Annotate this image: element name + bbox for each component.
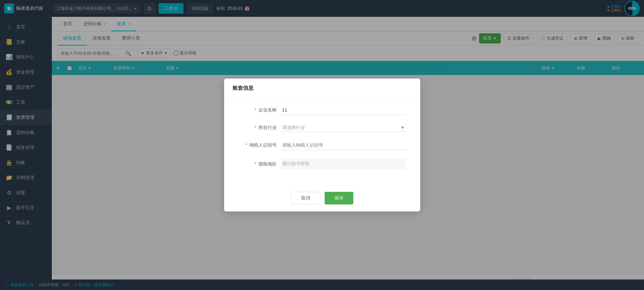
modal-header: 账套信息 [224,79,420,97]
industry-select[interactable]: 请选择行业 [282,125,399,130]
company-name-required: * [255,107,256,113]
industry-select-wrap[interactable]: 请选择行业 ▼ [281,123,406,132]
save-button[interactable]: 保存 [325,192,353,204]
tax-region-row: * 报税地区 通过税号获取 [238,159,406,169]
tax-region-required: * [255,161,256,167]
tax-region-label: * 报税地区 [238,161,277,167]
cancel-button[interactable]: 取消 [291,192,320,204]
industry-required: * [255,125,256,130]
tax-id-required: * [245,142,247,148]
company-name-input[interactable] [281,105,406,115]
tax-id-row: * 纳税人识别号 [238,140,406,150]
modal-body: * 企业名称 * 所在行业 请选择行业 ▼ [224,97,420,186]
account-info-modal: 账套信息 * 企业名称 * 所在行业 请选择行业 [224,79,420,211]
tax-id-input[interactable] [281,140,406,150]
modal-title: 账套信息 [233,85,254,91]
modal-overlay: 账套信息 * 企业名称 * 所在行业 请选择行业 [0,0,644,290]
modal-footer: 取消 保存 [224,186,420,211]
company-name-row: * 企业名称 [238,105,406,115]
industry-label: * 所在行业 [238,124,277,131]
industry-row: * 所在行业 请选择行业 ▼ [238,123,406,132]
industry-dropdown-icon: ▼ [401,125,405,130]
tax-id-label: * 纳税人识别号 [238,142,277,148]
tax-region-display: 通过税号获取 [281,159,406,169]
company-name-label: * 企业名称 [238,107,277,113]
